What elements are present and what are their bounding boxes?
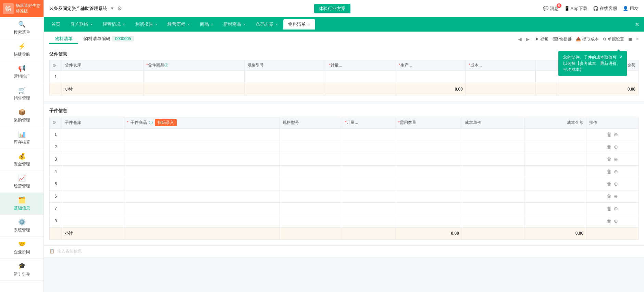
- trial-button[interactable]: 体验行业方案: [314, 4, 350, 13]
- scan-input-button[interactable]: 扫码录入: [155, 119, 177, 126]
- copy-icon-3[interactable]: ⊕: [614, 156, 618, 162]
- message-btn[interactable]: 💬 消息 6: [543, 5, 559, 12]
- copy-icon-2[interactable]: ⊕: [614, 144, 618, 150]
- delete-icon-6[interactable]: 🗑: [607, 194, 611, 199]
- child-unit-cell-1[interactable]: [342, 128, 395, 141]
- hint-text[interactable]: 输入备注信息: [57, 248, 82, 254]
- tab-close-6[interactable]: ×: [243, 22, 245, 26]
- sidebar-item-1[interactable]: ⚡快捷导航: [0, 39, 44, 61]
- child-product-cell-2[interactable]: [124, 141, 280, 153]
- parent-th-settings[interactable]: ⚙: [50, 60, 62, 71]
- child-product-cell-5[interactable]: [124, 178, 280, 190]
- child-unit-cell-3[interactable]: [342, 153, 395, 165]
- sidebar-item-0[interactable]: 🔍搜索菜单: [0, 17, 44, 39]
- delete-icon-2[interactable]: 🗑: [607, 144, 611, 150]
- child-product-cell-6[interactable]: [124, 190, 280, 202]
- parent-product-cell[interactable]: [143, 71, 244, 83]
- child-unit-cell-8[interactable]: [342, 215, 395, 227]
- grid-view-icon[interactable]: ▦: [628, 37, 632, 42]
- delete-icon-5[interactable]: 🗑: [607, 181, 611, 187]
- copy-icon-1[interactable]: ⊕: [614, 132, 618, 137]
- sidebar-item-7[interactable]: 📈经营管理: [0, 171, 44, 193]
- child-unit-cell-2[interactable]: [342, 141, 395, 153]
- next-arrow-icon[interactable]: ▶: [524, 36, 531, 43]
- child-unit-cell-4[interactable]: [342, 165, 395, 178]
- child-unit-cost-cell-6[interactable]: [462, 190, 524, 202]
- nav-tab-2[interactable]: 经营情况 ×: [98, 19, 129, 30]
- child-spec-cell-3[interactable]: [280, 153, 342, 165]
- sidebar-item-6[interactable]: 💰资金管理: [0, 149, 44, 171]
- child-product-cell-4[interactable]: [124, 165, 280, 178]
- nav-tab-5[interactable]: 商品 ×: [195, 19, 218, 30]
- child-spec-cell-8[interactable]: [280, 215, 342, 227]
- child-unit-cost-cell-7[interactable]: [462, 202, 524, 215]
- child-qty-cell-6[interactable]: [395, 190, 462, 202]
- tab-close-1[interactable]: ×: [90, 22, 92, 26]
- child-amount-cell-8[interactable]: [524, 215, 586, 227]
- child-warehouse-cell-8[interactable]: [62, 215, 124, 227]
- child-amount-cell-7[interactable]: [524, 202, 586, 215]
- tab-close-2[interactable]: ×: [123, 22, 125, 26]
- child-amount-cell-5[interactable]: [524, 178, 586, 190]
- delete-icon-1[interactable]: 🗑: [607, 132, 611, 137]
- tab-close-4[interactable]: ×: [187, 22, 189, 26]
- nav-tab-3[interactable]: 利润报告 ×: [131, 19, 162, 30]
- nav-tab-6[interactable]: 新增商品 ×: [219, 19, 250, 30]
- child-product-cell-3[interactable]: [124, 153, 280, 165]
- child-unit-cost-cell-1[interactable]: [462, 128, 524, 141]
- child-amount-cell-4[interactable]: [524, 165, 586, 178]
- parent-gear-icon[interactable]: ⚙: [52, 63, 56, 68]
- parent-unit-cell[interactable]: [326, 71, 396, 83]
- child-amount-cell-1[interactable]: [524, 128, 586, 141]
- child-warehouse-cell-5[interactable]: [62, 178, 124, 190]
- child-qty-cell-4[interactable]: [395, 165, 462, 178]
- sidebar-item-3[interactable]: 🛒销售管理: [0, 83, 44, 105]
- child-qty-cell-1[interactable]: [395, 128, 462, 141]
- child-unit-cost-cell-3[interactable]: [462, 153, 524, 165]
- child-qty-cell-2[interactable]: [395, 141, 462, 153]
- nav-tab-4[interactable]: 经营历程 ×: [163, 19, 194, 30]
- sidebar-item-11[interactable]: 🎓新手引导: [0, 259, 44, 281]
- copy-icon-4[interactable]: ⊕: [614, 169, 618, 174]
- parent-production-cell[interactable]: [396, 71, 466, 83]
- list-view-icon[interactable]: ≡: [636, 37, 639, 42]
- nav-tab-8[interactable]: 物料清单 ×: [283, 19, 315, 30]
- sidebar-item-9[interactable]: ⚙️系统管理: [0, 215, 44, 237]
- copy-icon-8[interactable]: ⊕: [614, 218, 618, 224]
- sidebar-item-2[interactable]: 📢营销推广: [0, 61, 44, 83]
- parent-cost-cell[interactable]: [466, 71, 535, 83]
- child-unit-cell-7[interactable]: [342, 202, 395, 215]
- parent-warehouse-cell[interactable]: [62, 71, 144, 83]
- child-amount-cell-6[interactable]: [524, 190, 586, 202]
- delete-icon-3[interactable]: 🗑: [607, 156, 611, 162]
- child-product-cell-1[interactable]: [124, 128, 280, 141]
- parent-spec-cell[interactable]: [245, 71, 326, 83]
- tab-close-5[interactable]: ×: [211, 22, 213, 26]
- extract-cost-action[interactable]: 📥 提取成本: [576, 36, 598, 42]
- child-spec-cell-2[interactable]: [280, 141, 342, 153]
- delete-icon-7[interactable]: 🗑: [607, 206, 611, 211]
- delete-icon-8[interactable]: 🗑: [607, 218, 611, 224]
- nav-tab-1[interactable]: 客户联络 ×: [66, 19, 97, 30]
- dropdown-arrow-icon[interactable]: ▼: [110, 6, 114, 11]
- child-warehouse-cell-4[interactable]: [62, 165, 124, 178]
- child-qty-cell-8[interactable]: [395, 215, 462, 227]
- child-product-cell-8[interactable]: [124, 215, 280, 227]
- child-product-cell-7[interactable]: [124, 202, 280, 215]
- child-unit-cost-cell-4[interactable]: [462, 165, 524, 178]
- settings-icon[interactable]: ⚙: [117, 5, 122, 12]
- child-unit-cell-5[interactable]: [342, 178, 395, 190]
- child-warehouse-cell-6[interactable]: [62, 190, 124, 202]
- nav-tab-0[interactable]: 首页: [47, 19, 65, 30]
- child-unit-cost-cell-5[interactable]: [462, 178, 524, 190]
- copy-icon-6[interactable]: ⊕: [614, 194, 618, 199]
- sub-tab-bill-code[interactable]: 物料清单编码 0000005: [78, 34, 139, 44]
- tooltip-close-btn[interactable]: ×: [620, 54, 622, 60]
- child-spec-cell-5[interactable]: [280, 178, 342, 190]
- sidebar-item-4[interactable]: 📦采购管理: [0, 105, 44, 127]
- child-unit-cost-cell-8[interactable]: [462, 215, 524, 227]
- single-settings-action[interactable]: ⚙ 单据设置: [603, 36, 624, 42]
- tab-close-8[interactable]: ×: [308, 22, 310, 26]
- child-qty-cell-7[interactable]: [395, 202, 462, 215]
- sidebar-item-8[interactable]: 🗂️基础信息: [0, 193, 44, 215]
